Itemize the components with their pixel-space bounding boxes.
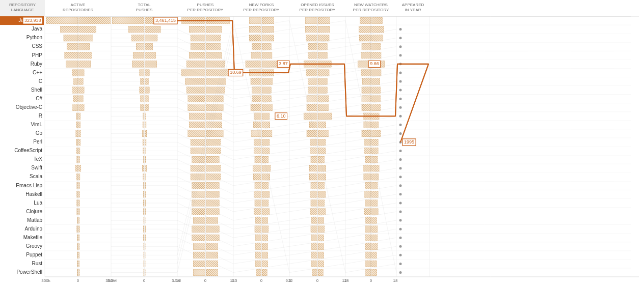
chart-canvas — [0, 0, 644, 287]
chart-container — [0, 0, 644, 287]
